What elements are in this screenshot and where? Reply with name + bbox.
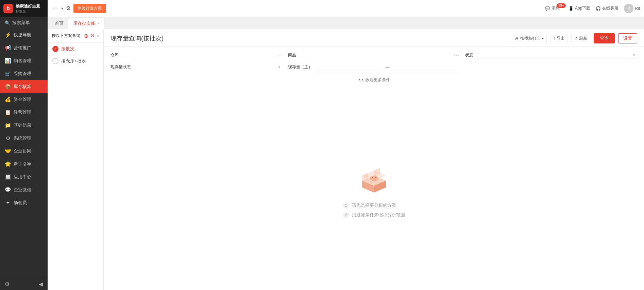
trial-button[interactable]: 体验行业方案 [73,4,106,13]
search-menu[interactable]: 🔍 搜索菜单 [0,17,48,29]
sidebar-item-label: 应用中心 [14,174,31,180]
empty-hint-1: 1 请先选择要分析的方案 [343,202,405,209]
inventory-status-label: 现存量状态 [111,64,131,70]
app-logo: b [3,4,13,13]
scheme-item-batch[interactable]: ✓ 按批次 [48,43,103,55]
print-button[interactable]: 🖨 按模板打印 ▾ [512,34,547,43]
messages-item[interactable]: 💬 消息 99+ [545,5,563,11]
export-label: 导出 [557,36,565,41]
tab-inventory-batch[interactable]: 库存批次账 × [68,18,104,29]
query-button[interactable]: 查询 [594,33,615,43]
collapse-chevron-up: ∧∧ [358,78,364,83]
product-input[interactable] [299,51,453,59]
svg-point-6 [370,176,378,181]
sidebar-item-purchase[interactable]: 🛒 采购管理 [0,67,48,80]
scheme-item-warehouse-batch[interactable]: ○ 按仓库+批次 [48,55,103,67]
sidebar-item-finance[interactable]: 💰 资金管理 [0,93,48,106]
sidebar-item-guide[interactable]: 🌟 新手引导 [0,158,48,170]
topbar-right: 💬 消息 99+ 📱 App下载 🎧 在线客服 R Rit [545,4,640,13]
search-icon: 🔍 [5,20,10,25]
quick-nav-icon: ⚡ [5,32,11,38]
sidebar-item-label: 快捷导航 [14,32,31,38]
home-label: 首页 [55,20,64,26]
sidebar-item-sales[interactable]: 📊 销售管理 [0,54,48,67]
sidebar-item-inventory[interactable]: 📦 库存核算 [0,80,48,93]
status-field: 状态 ▾ [465,52,637,58]
sidebar-item-wechat[interactable]: 💬 企业微信 [0,183,48,196]
system-icon: ⚙ [5,135,11,141]
sidebar-item-label: 畅会员 [14,200,27,206]
empty-icon-area [355,162,393,197]
user-avatar: R [624,4,633,13]
print-dropdown-icon: ▾ [542,37,544,40]
app-download-item[interactable]: 📱 App下载 [569,5,590,11]
collapse-left-panel-icon[interactable]: » [97,33,99,39]
sidebar-settings-icon[interactable]: ⚙ [5,281,10,287]
tab-home[interactable]: 首页 [50,18,68,29]
print-icon: 🖨 [515,36,519,41]
appstore-icon: 🔲 [5,174,11,180]
member-icon: ✦ [5,200,11,206]
sidebar-item-enterprise[interactable]: 🤝 企业协同 [0,145,48,158]
sidebar-item-appstore[interactable]: 🔲 应用中心 [0,170,48,183]
online-service-item[interactable]: 🎧 在线客服 [596,5,618,11]
inventory-qty-to[interactable] [392,63,460,71]
sidebar-item-quick-nav[interactable]: ⚡ 快捷导航 [0,29,48,41]
empty-illustration [355,162,393,196]
sidebar-item-label: 销售管理 [14,58,31,64]
avatar-initials: R [628,6,630,10]
warehouse-field: 仓库 ··· [111,51,283,59]
product-label: 商品 [288,52,296,58]
inventory-status-select[interactable]: ▾ [134,64,283,70]
sidebar-item-operations[interactable]: 📋 经营管理 [0,106,48,119]
scheme-icon-warehouse-batch: ○ [52,58,58,64]
inventory-icon: 📦 [5,84,11,90]
export-button[interactable]: ↑ 导出 [550,34,568,43]
sidebar-item-label: 资金管理 [14,96,31,103]
sidebar-header: b 畅康通好生意 标准版 [0,0,48,17]
left-panel-title: 按以下方案查询 [52,33,80,39]
status-select[interactable]: ▾ [476,52,637,58]
hint-text-2: 用过滤条件来缩小分析范围 [352,212,405,218]
sidebar-item-marketing[interactable]: 📢 营销推广 [0,41,48,54]
sidebar: b 畅康通好生意 标准版 🔍 搜索菜单 ⚡ 快捷导航 📢 营销推广 📊 销售管理… [0,0,48,290]
tab-close-icon[interactable]: × [97,21,99,25]
sidebar-item-member[interactable]: ✦ 畅会员 [0,196,48,209]
sidebar-item-system[interactable]: ⚙ 系统管理 [0,132,48,145]
inventory-qty-label: 现存量（主） [288,64,312,70]
sidebar-item-label: 企业微信 [14,187,31,193]
refresh-button[interactable]: ↺ 刷新 [571,34,590,43]
warehouse-input[interactable] [121,51,275,59]
wechat-icon: 💬 [5,187,11,193]
app-download-label: App下载 [575,5,590,11]
sidebar-nav: ⚡ 快捷导航 📢 营销推广 📊 销售管理 🛒 采购管理 📦 库存核算 💰 资金管… [0,29,48,278]
add-scheme-icon[interactable]: ⊕ [84,33,88,39]
user-profile[interactable]: R Rit [624,4,640,13]
filter-collapse-btn[interactable]: ∧∧ 收起更多条件 [111,75,637,85]
filter-row-2: 现存量状态 ▾ 现存量（主） — [111,63,637,71]
inventory-qty-from[interactable] [315,63,383,71]
sidebar-item-label: 新手引导 [14,161,31,167]
scheme-label-warehouse-batch: 按仓库+批次 [61,58,86,64]
breadcrumb [52,7,58,10]
inventory-status-dropdown-icon: ▾ [278,65,281,69]
dropdown-icon[interactable]: ▾ [61,6,63,11]
scheme-settings-icon[interactable]: ⊙ [90,33,95,39]
marketing-icon: 📢 [5,45,11,51]
print-label: 按模板打印 [520,36,541,41]
empty-hint-2: 2 用过滤条件来缩小分析范围 [343,212,405,218]
sidebar-item-label: 企业协同 [14,148,31,154]
filter-area: 仓库 ··· 商品 ··· 状态 ▾ [104,47,644,90]
status-label: 状态 [465,52,473,58]
sidebar-item-label: 基础信息 [14,122,31,128]
settings-button[interactable]: 设置 [618,33,637,43]
topbar-gear-icon[interactable]: ⚙ [66,5,71,12]
tab-bar: 首页 库存批次账 × [48,17,644,29]
sidebar-collapse-icon[interactable]: ◀ [39,281,43,287]
svg-point-8 [375,177,376,178]
search-menu-label: 搜索菜单 [12,20,30,26]
product-dots[interactable]: ··· [454,53,460,58]
warehouse-dots[interactable]: ··· [276,53,283,58]
sidebar-item-basic[interactable]: 📁 基础信息 [0,119,48,132]
enterprise-icon: 🤝 [5,148,11,154]
